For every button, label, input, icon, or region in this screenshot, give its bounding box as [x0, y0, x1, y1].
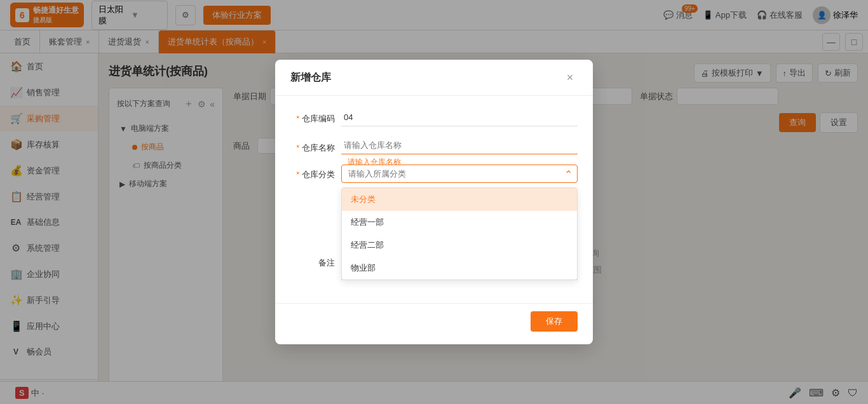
- dropdown-item-dept3[interactable]: 物业部: [342, 257, 577, 279]
- modal-add-warehouse: 新增仓库 × * 仓库编码 * 仓库名称: [275, 60, 593, 344]
- remark-label: 备注: [290, 253, 341, 269]
- name-field-row: * 仓库名称 请输入仓库名称: [290, 137, 578, 154]
- category-input[interactable]: [341, 165, 578, 183]
- dropdown-item-dept2[interactable]: 经营二部: [342, 234, 577, 257]
- code-label: * 仓库编码: [290, 109, 341, 125]
- category-label: * 仓库分类: [290, 165, 341, 180]
- code-field-row: * 仓库编码: [290, 109, 578, 126]
- modal-header: 新增仓库 ×: [275, 60, 593, 96]
- modal-overlay: 新增仓库 × * 仓库编码 * 仓库名称: [0, 0, 868, 404]
- save-button[interactable]: 保存: [531, 311, 578, 332]
- modal-body: * 仓库编码 * 仓库名称 请输入仓库名称 *: [275, 96, 593, 303]
- category-dropdown: 未分类 经营一部 经营二部 物业部: [341, 187, 578, 280]
- modal-footer: 保存: [275, 303, 593, 344]
- modal-title: 新增仓库: [290, 71, 331, 84]
- name-label: * 仓库名称: [290, 138, 341, 154]
- category-field-row: * 仓库分类 ⌃ 未分类 经营一部 经营二部 物业部: [290, 165, 578, 183]
- code-input[interactable]: [341, 109, 578, 126]
- dropdown-item-none[interactable]: 未分类: [342, 188, 577, 211]
- name-input[interactable]: [341, 137, 578, 154]
- dropdown-item-dept1[interactable]: 经营一部: [342, 211, 577, 234]
- category-select-wrap: ⌃ 未分类 经营一部 经营二部 物业部: [341, 165, 578, 183]
- modal-close-button[interactable]: ×: [562, 70, 578, 85]
